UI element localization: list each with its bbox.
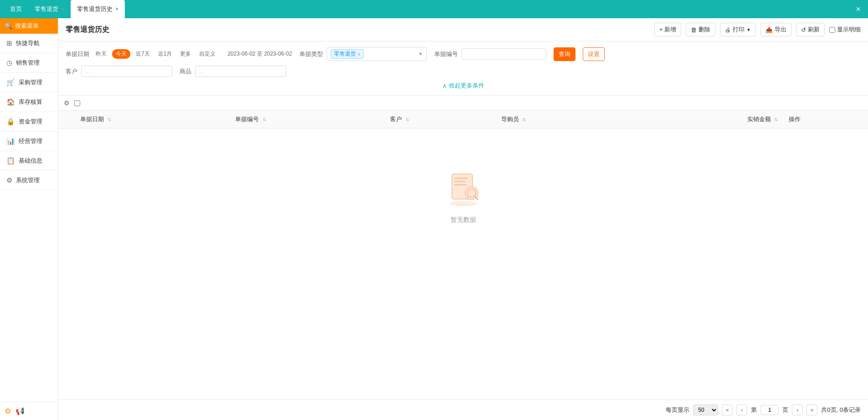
tab-retail-return-label: 零售退货: [35, 5, 58, 13]
pagination-info: 共0页, 0条记录: [821, 406, 861, 414]
svg-rect-4: [454, 184, 467, 185]
page-size-label: 每页显示: [666, 406, 689, 414]
sidebar-item-system-mgmt[interactable]: ⚙ 系统管理: [0, 171, 58, 190]
date-filters: 昨天 今天 近7天 近1月 更多 自定义: [93, 49, 218, 59]
type-filter-tag-value: 零售退货: [334, 50, 356, 58]
date-btn-more[interactable]: 更多: [177, 49, 194, 59]
customer-filter-label: 客户: [66, 67, 77, 76]
collapse-icon: ∧: [442, 82, 447, 89]
date-btn-custom[interactable]: 自定义: [196, 49, 218, 59]
sidebar-item-system-mgmt-label: 系统管理: [16, 176, 40, 184]
page-input[interactable]: [760, 405, 779, 415]
th-number[interactable]: 单据编号 ⇅: [230, 111, 385, 128]
window-close-button[interactable]: ×: [852, 5, 864, 14]
th-amount[interactable]: 实销金额 ⇅: [628, 111, 783, 128]
purchase-mgmt-icon: 🛒: [6, 78, 15, 87]
sidebar-settings-button[interactable]: ⚙: [5, 407, 11, 415]
voucher-filter-field: 单据编号: [434, 48, 546, 60]
page-size-select[interactable]: 10 20 50 100: [693, 405, 718, 415]
th-customer[interactable]: 客户 ⇅: [385, 111, 496, 128]
print-button[interactable]: 🖨 打印 ▼: [720, 23, 756, 36]
page-title: 零售退货历史: [66, 25, 109, 35]
pagination-last-button[interactable]: »: [806, 405, 817, 415]
sidebar-search-label: 搜索菜单: [15, 22, 39, 30]
new-button[interactable]: + 新增: [654, 23, 681, 36]
th-guide-sort-icon: ⇅: [522, 117, 526, 122]
delete-button[interactable]: 🗑 删除: [686, 23, 715, 36]
delete-button-label: 删除: [699, 26, 710, 34]
empty-icon: [441, 165, 486, 210]
sidebar-item-operations-mgmt-label: 经营管理: [19, 137, 42, 145]
query-button-label: 查询: [559, 50, 570, 58]
refresh-icon: ↺: [801, 26, 806, 33]
date-btn-1month[interactable]: 近1月: [155, 49, 175, 59]
empty-state: 暂无数据: [58, 128, 868, 261]
page-label: 第: [751, 406, 757, 414]
tab-retail-return-close[interactable]: ×: [61, 6, 64, 12]
query-button[interactable]: 查询: [554, 47, 575, 61]
type-filter-field: 单据类型 零售退货 × ▼: [299, 47, 427, 61]
customer-filter-input[interactable]: ...: [81, 66, 172, 77]
th-customer-sort-icon: ⇅: [406, 117, 409, 122]
type-filter-tag: 零售退货 ×: [331, 49, 364, 59]
sidebar-item-operations-mgmt[interactable]: 📊 经营管理: [0, 132, 58, 151]
date-filter-field: 单据日期 昨天 今天 近7天 近1月 更多 自定义: [66, 49, 218, 59]
sidebar-item-purchase-mgmt[interactable]: 🛒 采购管理: [0, 73, 58, 92]
pagination-first-button[interactable]: «: [722, 405, 733, 415]
pagination-next-button[interactable]: ›: [792, 405, 803, 415]
system-mgmt-icon: ⚙: [6, 176, 12, 184]
filter-row-1: 单据日期 昨天 今天 近7天 近1月 更多 自定义 2023-06-02 至 2…: [66, 47, 861, 61]
show-detail-checkbox[interactable]: [829, 27, 835, 33]
goods-filter-label: 商品: [180, 67, 191, 76]
export-icon: 📤: [765, 26, 773, 33]
print-icon: 🖨: [725, 26, 731, 33]
export-button-label: 导出: [775, 26, 786, 34]
tab-home[interactable]: 首页: [4, 0, 28, 18]
goods-filter-input[interactable]: ...: [195, 66, 286, 77]
svg-rect-3: [454, 181, 466, 182]
filter-row-2: 客户 ... 商品 ...: [66, 66, 861, 77]
content-area: 零售退货历史 + 新增 🗑 删除 🖨 打印 ▼ 📤: [58, 18, 868, 420]
date-btn-yesterday[interactable]: 昨天: [93, 49, 109, 59]
th-amount-label: 实销金额: [747, 116, 771, 123]
inventory-icon: 🏠: [6, 98, 15, 106]
pagination-bar: 每页显示 10 20 50 100 « ‹ 第 页 › » 共0页, 0条记录: [58, 400, 868, 420]
type-filter-select[interactable]: 零售退货 × ▼: [327, 47, 427, 61]
data-table: 单据日期 ⇅ 单据编号 ⇅ 客户 ⇅: [58, 111, 868, 128]
table-toolbar: ⚙: [58, 96, 868, 111]
table-select-all-checkbox[interactable]: [74, 100, 80, 106]
print-button-label: 打印: [733, 26, 745, 34]
sidebar-item-sales-mgmt[interactable]: ◷ 销售管理: [0, 53, 58, 73]
th-date[interactable]: 单据日期 ⇅: [75, 111, 230, 128]
pagination-prev-button[interactable]: ‹: [736, 405, 747, 415]
page-header: 零售退货历史 + 新增 🗑 删除 🖨 打印 ▼ 📤: [58, 18, 868, 41]
date-btn-7days[interactable]: 近7天: [133, 49, 153, 59]
sidebar-item-inventory[interactable]: 🏠 库存核算: [0, 92, 58, 112]
basic-info-icon: 📋: [6, 157, 15, 165]
collapse-button[interactable]: ∧ 收起更多条件: [442, 82, 484, 90]
sidebar-search[interactable]: 🔍 搜索菜单: [0, 18, 58, 34]
sidebar-item-purchase-mgmt-label: 采购管理: [19, 78, 42, 87]
voucher-filter-input[interactable]: [462, 48, 546, 60]
refresh-button[interactable]: ↺ 刷新: [796, 23, 825, 36]
refresh-button-label: 刷新: [808, 26, 820, 34]
sidebar-speaker-button[interactable]: 📢: [15, 407, 25, 415]
tab-retail-return-history-close[interactable]: ×: [115, 6, 118, 12]
tab-retail-return[interactable]: 零售退货 ×: [28, 0, 71, 18]
sidebar-item-quick-nav[interactable]: ⊞ 快捷导航: [0, 34, 58, 53]
export-button[interactable]: 📤 导出: [760, 23, 791, 36]
tab-retail-return-history[interactable]: 零售退货历史 ×: [71, 0, 125, 18]
search-icon: 🔍: [5, 22, 12, 30]
date-btn-today[interactable]: 今天: [112, 49, 130, 59]
show-detail-checkbox-label[interactable]: 显示明细: [829, 26, 861, 34]
table-settings-icon[interactable]: ⚙: [64, 99, 70, 107]
th-guide[interactable]: 导购员 ⇅: [496, 111, 629, 128]
top-bar: 首页 零售退货 × 零售退货历史 × ×: [0, 0, 868, 18]
sidebar-item-finance-mgmt[interactable]: 🔒 资金管理: [0, 112, 58, 132]
sidebar-item-basic-info[interactable]: 📋 基础信息: [0, 151, 58, 171]
settings-button[interactable]: 设置: [583, 47, 605, 61]
sidebar-item-basic-info-label: 基础信息: [19, 157, 42, 165]
type-filter-tag-remove[interactable]: ×: [358, 51, 360, 57]
operations-mgmt-icon: 📊: [6, 137, 15, 145]
settings-button-label: 设置: [588, 50, 600, 58]
